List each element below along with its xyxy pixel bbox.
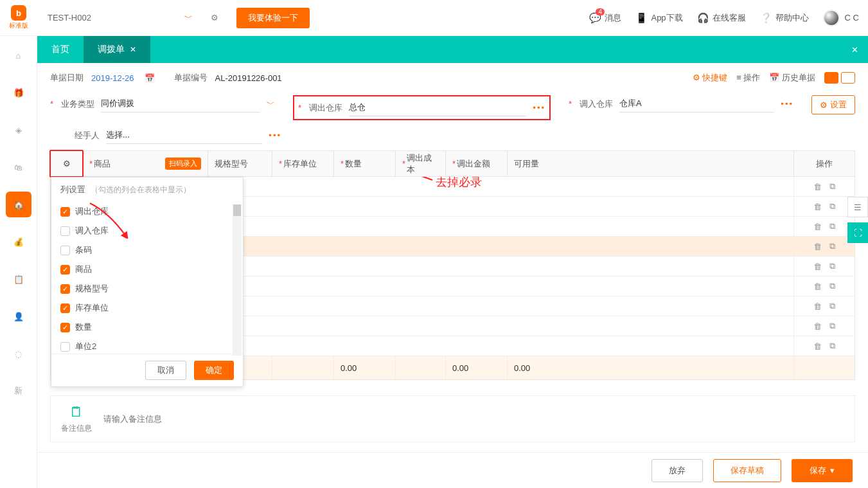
popover-title: 列设置 （勾选的列会在表格中显示） bbox=[51, 177, 243, 202]
org-name: TEST-H002 bbox=[48, 13, 91, 23]
field-out-warehouse[interactable]: * 调出仓库 总仓 ••• bbox=[293, 95, 551, 120]
history-link[interactable]: 📅 历史单据 bbox=[769, 72, 815, 84]
avatar[interactable] bbox=[823, 10, 840, 26]
sidebar-contact-icon[interactable]: 👤 bbox=[6, 303, 31, 329]
close-icon[interactable]: ✕ bbox=[130, 45, 136, 54]
checkbox-icon: ✓ bbox=[60, 207, 70, 217]
field-handler[interactable]: 经手人 选择... ••• bbox=[50, 127, 281, 144]
delete-icon[interactable]: 🗑 bbox=[813, 341, 822, 351]
save-draft-button[interactable]: 保存草稿 bbox=[713, 459, 781, 482]
col-cost: *调出成本 bbox=[396, 151, 446, 176]
copy-icon[interactable]: ⧉ bbox=[829, 221, 835, 231]
app-download-link[interactable]: 📱 App下载 bbox=[635, 12, 682, 24]
copy-icon[interactable]: ⧉ bbox=[829, 261, 835, 271]
field-business-type[interactable]: * 业务类型 同价调拨 ﹀ bbox=[50, 95, 275, 113]
delete-icon[interactable]: 🗑 bbox=[813, 222, 822, 231]
checkbox-icon: ✓ bbox=[60, 284, 70, 294]
delete-icon[interactable]: 🗑 bbox=[813, 302, 822, 311]
column-checkbox-item[interactable]: ✓商品 bbox=[60, 260, 234, 279]
checkbox-icon bbox=[60, 246, 70, 255]
trial-button[interactable]: 我要体验一下 bbox=[236, 8, 310, 28]
cancel-button[interactable]: 取消 bbox=[145, 361, 186, 380]
date-value[interactable]: 2019-12-26 bbox=[91, 73, 134, 83]
popover-list: ✓调出仓库调入仓库条码✓商品✓规格型号✓库存单位✓数量单位2 bbox=[51, 202, 243, 354]
date-label: 单据日期 bbox=[50, 72, 84, 84]
logo-icon: b bbox=[11, 5, 26, 21]
sidebar-cycle-icon[interactable]: ◌ bbox=[6, 341, 31, 366]
column-settings-button[interactable]: ⚙ bbox=[51, 151, 83, 176]
sidebar-clipboard-icon[interactable]: 📋 bbox=[6, 266, 31, 292]
layout-grid-icon[interactable] bbox=[841, 72, 855, 84]
annotation-arrow-2 bbox=[87, 200, 132, 239]
copy-icon[interactable]: ⧉ bbox=[829, 341, 835, 351]
messages-link[interactable]: 💬 消息 4 bbox=[589, 12, 621, 24]
col-op: 操作 bbox=[794, 151, 855, 176]
delete-icon[interactable]: 🗑 bbox=[813, 282, 822, 291]
float-expand-icon[interactable]: ⛶ bbox=[847, 222, 868, 243]
data-table: ⚙ *商品 扫码录入 规格型号 *库存单位 *数量 *调出成本 *调出金额 可用… bbox=[50, 150, 855, 380]
top-header: b 标准版 TEST-H002 ﹀ ⚙ 我要体验一下 💬 消息 4 📱 App下… bbox=[0, 0, 868, 36]
message-badge: 4 bbox=[596, 8, 605, 15]
more-icon[interactable]: ••• bbox=[533, 103, 545, 113]
delete-icon[interactable]: 🗑 bbox=[813, 202, 822, 212]
discard-button[interactable]: 放弃 bbox=[651, 459, 703, 482]
tab-home[interactable]: 首页 bbox=[37, 36, 84, 63]
close-all-tabs[interactable]: ✕ bbox=[841, 36, 868, 63]
copy-icon[interactable]: ⧉ bbox=[829, 281, 835, 291]
remarks-section: 🗒 备注信息 bbox=[50, 395, 855, 442]
gear-icon: ⚙ bbox=[63, 159, 71, 168]
online-service-link[interactable]: 🎧 在线客服 bbox=[697, 12, 746, 24]
sidebar-diamond-icon[interactable]: ◈ bbox=[6, 117, 31, 143]
delete-icon[interactable]: 🗑 bbox=[813, 321, 822, 331]
note-icon: 🗒 bbox=[69, 404, 84, 420]
save-button[interactable]: 保存 ▾ bbox=[792, 459, 853, 482]
logo[interactable]: b 标准版 bbox=[9, 5, 28, 30]
chevron-down-icon: ﹀ bbox=[184, 12, 193, 24]
shortcut-link[interactable]: ⚙ 快捷键 bbox=[693, 72, 728, 84]
delete-icon[interactable]: 🗑 bbox=[813, 242, 822, 251]
copy-icon[interactable]: ⧉ bbox=[829, 181, 835, 192]
settings-button[interactable]: ⚙ 设置 bbox=[811, 95, 855, 114]
column-checkbox-item[interactable]: ✓规格型号 bbox=[60, 279, 234, 298]
column-checkbox-item[interactable]: ✓库存单位 bbox=[60, 298, 234, 318]
column-checkbox-item[interactable]: 条码 bbox=[60, 240, 234, 260]
copy-icon[interactable]: ⧉ bbox=[829, 301, 835, 311]
headset-icon: 🎧 bbox=[697, 12, 709, 24]
more-icon[interactable]: ••• bbox=[269, 131, 281, 140]
remarks-input[interactable] bbox=[103, 414, 844, 424]
float-list-icon[interactable]: ☰ bbox=[847, 197, 868, 217]
sidebar-new-icon[interactable]: 新 bbox=[6, 378, 31, 404]
confirm-button[interactable]: 确定 bbox=[194, 361, 234, 380]
column-checkbox-item[interactable]: ✓数量 bbox=[60, 318, 234, 337]
field-in-warehouse[interactable]: * 调入仓库 仓库A ••• bbox=[569, 95, 793, 113]
layout-list-icon[interactable] bbox=[824, 72, 838, 84]
calendar-icon[interactable]: 📅 bbox=[145, 73, 155, 83]
layout-toggle[interactable] bbox=[824, 72, 855, 84]
scan-badge[interactable]: 扫码录入 bbox=[165, 158, 201, 170]
sidebar-warehouse-icon[interactable]: 🏠 bbox=[6, 192, 31, 217]
sidebar-gift-icon[interactable]: 🎁 bbox=[6, 80, 31, 105]
settings-gear-button[interactable]: ⚙ bbox=[204, 8, 225, 28]
col-amount: *调出金额 bbox=[446, 151, 508, 176]
copy-icon[interactable]: ⧉ bbox=[829, 201, 835, 212]
more-icon[interactable]: ••• bbox=[781, 99, 793, 109]
col-unit: *库存单位 bbox=[272, 151, 334, 176]
col-qty: *数量 bbox=[334, 151, 396, 176]
copy-icon[interactable]: ⧉ bbox=[829, 321, 835, 331]
column-checkbox-item[interactable]: 单位2 bbox=[60, 337, 234, 354]
delete-icon[interactable]: 🗑 bbox=[813, 262, 822, 271]
operate-link[interactable]: ≡ 操作 bbox=[736, 72, 760, 84]
sidebar-home-icon[interactable]: ⌂ bbox=[6, 42, 31, 68]
delete-icon[interactable]: 🗑 bbox=[813, 182, 822, 192]
help-center-link[interactable]: ❔ 帮助中心 bbox=[760, 12, 809, 24]
org-selector[interactable]: TEST-H002 ﹀ bbox=[41, 8, 199, 28]
sidebar-money-icon[interactable]: 💰 bbox=[6, 229, 31, 255]
tab-transfer[interactable]: 调拨单 ✕ bbox=[84, 36, 150, 63]
checkbox-icon: ✓ bbox=[60, 265, 70, 275]
sidebar-bag-icon[interactable]: 🛍 bbox=[6, 154, 31, 180]
col-product: *商品 扫码录入 bbox=[83, 151, 208, 176]
scrollbar[interactable] bbox=[233, 204, 242, 356]
help-icon: ❔ bbox=[760, 12, 772, 24]
copy-icon[interactable]: ⧉ bbox=[829, 241, 835, 251]
main-panel: 首页 调拨单 ✕ ✕ 单据日期 2019-12-26 📅 单据编号 AL-201… bbox=[37, 36, 868, 488]
